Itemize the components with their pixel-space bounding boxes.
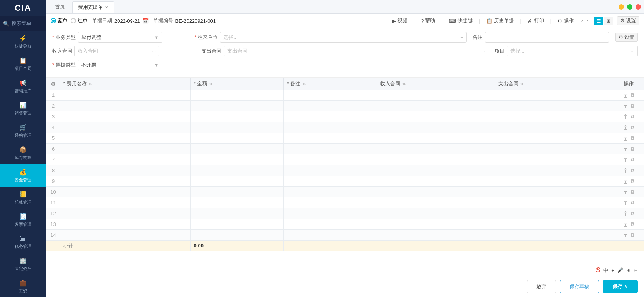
maximize-btn[interactable] <box>627 4 632 10</box>
row-4-remark[interactable] <box>284 122 377 133</box>
sidebar-item-marketing[interactable]: 📢 营销推广 <box>0 75 46 98</box>
row-7-remark[interactable] <box>284 154 377 165</box>
sidebar-item-tax-mgmt[interactable]: 🏛 税务管理 <box>0 231 46 253</box>
sidebar-item-sales-mgmt[interactable]: 📊 销售管理 <box>0 98 46 120</box>
save-draft-button[interactable]: 保存草稿 <box>560 280 599 293</box>
row-12-name[interactable] <box>60 208 191 219</box>
row-13-delete-icon[interactable]: 🗑 <box>623 221 628 227</box>
tab-expense[interactable]: 费用支出单✕ <box>72 1 114 13</box>
tab-home[interactable]: 首页 <box>49 1 71 13</box>
row-2-name[interactable] <box>60 101 191 111</box>
sort-remark-icon[interactable]: ⇅ <box>303 82 306 86</box>
row-10-amount[interactable] <box>190 187 284 197</box>
row-4-name[interactable] <box>60 122 191 133</box>
operations-btn[interactable]: ⚙ 操作 <box>555 17 576 25</box>
sidebar-item-capital-mgmt[interactable]: 💰 资金管理 <box>0 164 46 187</box>
row-4-delete-icon[interactable]: 🗑 <box>623 124 628 131</box>
radio-red[interactable]: 红单 <box>71 17 88 24</box>
row-1-delete-icon[interactable]: 🗑 <box>623 92 628 98</box>
row-9-remark[interactable] <box>284 176 377 187</box>
row-6-expense-contract[interactable] <box>495 144 613 154</box>
sidebar-search[interactable]: 🔍 搜索菜单 <box>0 16 46 31</box>
partner-input[interactable]: 选择... ··· <box>220 32 467 43</box>
row-6-amount[interactable] <box>190 144 284 154</box>
sidebar-item-inventory[interactable]: 📦 库存核算 <box>0 142 46 164</box>
row-1-copy-icon[interactable]: ⧉ <box>631 92 634 98</box>
row-6-income-contract[interactable] <box>377 144 495 154</box>
row-10-name[interactable] <box>60 187 191 197</box>
row-1-income-contract[interactable] <box>377 90 495 101</box>
row-10-expense-contract[interactable] <box>495 187 613 197</box>
row-7-amount[interactable] <box>190 154 284 165</box>
row-13-income-contract[interactable] <box>377 219 495 230</box>
income-contract-input[interactable]: 收入合同 ··· <box>74 46 159 56</box>
row-14-name[interactable] <box>60 230 191 241</box>
row-5-name[interactable] <box>60 133 191 144</box>
row-14-income-contract[interactable] <box>377 230 495 241</box>
row-6-delete-icon[interactable]: 🗑 <box>623 146 628 152</box>
row-7-delete-icon[interactable]: 🗑 <box>623 157 628 163</box>
row-3-income-contract[interactable] <box>377 111 495 122</box>
row-11-expense-contract[interactable] <box>495 197 613 208</box>
row-2-expense-contract[interactable] <box>495 101 613 111</box>
row-10-copy-icon[interactable]: ⧉ <box>631 189 634 195</box>
expense-contract-input[interactable]: 支出合同 ··· <box>224 46 488 56</box>
row-5-remark[interactable] <box>284 133 377 144</box>
row-2-delete-icon[interactable]: 🗑 <box>623 103 628 109</box>
row-9-income-contract[interactable] <box>377 176 495 187</box>
sidebar-item-accounting[interactable]: 📒 总账管理 <box>0 187 46 209</box>
row-9-expense-contract[interactable] <box>495 176 613 187</box>
settings-btn[interactable]: ⚙ 设置 <box>617 16 639 25</box>
th-settings[interactable]: ⚙ <box>46 78 60 90</box>
row-12-delete-icon[interactable]: 🗑 <box>623 211 628 217</box>
help-btn[interactable]: ? 帮助 <box>419 17 437 25</box>
discard-button[interactable]: 放弃 <box>527 280 556 293</box>
row-11-remark[interactable] <box>284 197 377 208</box>
row-13-amount[interactable] <box>190 219 284 230</box>
row-4-amount[interactable] <box>190 122 284 133</box>
logo-icon-3[interactable]: 🎤 <box>617 267 623 273</box>
next-btn[interactable]: › <box>585 17 590 25</box>
row-8-copy-icon[interactable]: ⧉ <box>631 167 634 174</box>
row-3-expense-contract[interactable] <box>495 111 613 122</box>
row-12-copy-icon[interactable]: ⧉ <box>631 210 634 217</box>
row-10-remark[interactable] <box>284 187 377 197</box>
row-2-amount[interactable] <box>190 101 284 111</box>
row-8-delete-icon[interactable]: 🗑 <box>623 168 628 174</box>
row-2-income-contract[interactable] <box>377 101 495 111</box>
row-4-copy-icon[interactable]: ⧉ <box>631 124 634 131</box>
row-14-amount[interactable] <box>190 230 284 241</box>
invoice-type-input[interactable]: 不开票 ▼ <box>78 60 162 70</box>
video-btn[interactable]: ▶ 视频 <box>390 17 410 25</box>
row-11-delete-icon[interactable]: 🗑 <box>623 200 628 206</box>
sort-income-icon[interactable]: ⇅ <box>402 82 406 86</box>
row-1-amount[interactable] <box>190 90 284 101</box>
sidebar-item-purchase-mgmt[interactable]: 🛒 采购管理 <box>0 120 46 142</box>
row-3-amount[interactable] <box>190 111 284 122</box>
row-13-remark[interactable] <box>284 219 377 230</box>
row-1-remark[interactable] <box>284 90 377 101</box>
row-8-expense-contract[interactable] <box>495 165 613 176</box>
logo-icon-1[interactable]: 中 <box>603 267 608 274</box>
row-13-name[interactable] <box>60 219 191 230</box>
row-14-delete-icon[interactable]: 🗑 <box>623 232 628 238</box>
row-8-remark[interactable] <box>284 165 377 176</box>
history-btn[interactable]: 📋 历史单据 <box>484 17 516 25</box>
form-settings-btn[interactable]: ⚙ 设置 <box>615 33 638 42</box>
row-7-name[interactable] <box>60 154 191 165</box>
sidebar-item-invoice-mgmt[interactable]: 🧾 发票管理 <box>0 209 46 231</box>
row-12-expense-contract[interactable] <box>495 208 613 219</box>
row-5-delete-icon[interactable]: 🗑 <box>623 135 628 141</box>
sidebar-item-project-contract[interactable]: 📋 项目合同 <box>0 53 46 75</box>
biz-type-input[interactable]: 应付调整 ▼ <box>78 32 162 43</box>
row-14-remark[interactable] <box>284 230 377 241</box>
row-3-name[interactable] <box>60 111 191 122</box>
row-10-income-contract[interactable] <box>377 187 495 197</box>
row-2-remark[interactable] <box>284 101 377 111</box>
row-1-expense-contract[interactable] <box>495 90 613 101</box>
shortcuts-btn[interactable]: ⌨ 快捷键 <box>447 17 475 25</box>
logo-icon-4[interactable]: ⊞ <box>626 267 631 273</box>
row-12-income-contract[interactable] <box>377 208 495 219</box>
row-8-income-contract[interactable] <box>377 165 495 176</box>
prev-btn[interactable]: ‹ <box>580 17 584 25</box>
